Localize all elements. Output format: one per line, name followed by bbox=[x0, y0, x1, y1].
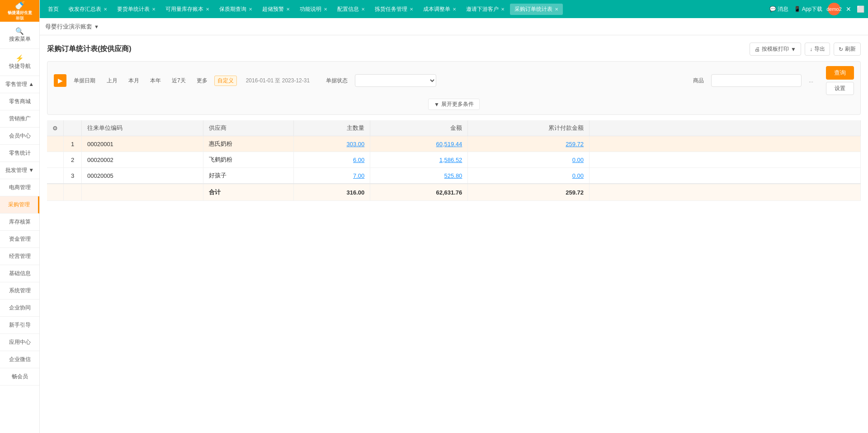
app-logo: 🍼 畅捷通好生意 标版 bbox=[0, 0, 39, 22]
filter-bar: ▶ 单据日期 上月 本月 本年 近7天 更多 自定义 2016-01-01 至 … bbox=[47, 61, 861, 115]
col-supplier-header: 供应商 bbox=[203, 120, 294, 136]
sidebar-item-purchase[interactable]: 采购管理 bbox=[0, 196, 39, 214]
tab-purchase-stat[interactable]: 采购订单统计表 ✕ bbox=[510, 4, 563, 15]
close-tab-goods-stat[interactable]: ✕ bbox=[152, 7, 156, 12]
sidebar-item-basic[interactable]: 基础信息 bbox=[0, 265, 39, 282]
settings-button[interactable]: 设置 bbox=[826, 82, 854, 95]
row2-paid: 0.00 bbox=[468, 152, 590, 168]
close-tab-overstock[interactable]: ✕ bbox=[286, 7, 290, 12]
sidebar-item-retail[interactable]: 零售管理 ▲ bbox=[0, 76, 39, 93]
tab-function-desc[interactable]: 功能说明 ✕ bbox=[295, 4, 332, 15]
row2-extra bbox=[590, 152, 861, 168]
window-maximize-btn[interactable]: ⬜ bbox=[857, 5, 864, 13]
sidebar-item-member[interactable]: 会员中心 bbox=[0, 128, 39, 145]
sidebar-item-inventory[interactable]: 库存核算 bbox=[0, 214, 39, 231]
user-avatar[interactable]: demo2 bbox=[828, 3, 840, 15]
row1-paid-link[interactable]: 259.72 bbox=[566, 141, 584, 148]
sidebar: 🍼 畅捷通好生意 标版 🔍 搜索菜单 ⚡ 快捷导航 零售管理 ▲ 零售商城 营销… bbox=[0, 0, 40, 433]
col-extra-header bbox=[590, 120, 861, 136]
sidebar-item-ecommerce[interactable]: 电商管理 bbox=[0, 179, 39, 196]
goods-more-icon[interactable]: ... bbox=[809, 77, 813, 84]
app-download-btn[interactable]: 📱 App下载 bbox=[794, 5, 822, 13]
window-close-btn[interactable]: ✕ bbox=[846, 5, 851, 13]
col-partner-code-header: 往来单位编码 bbox=[82, 120, 203, 136]
row1-amount-link[interactable]: 60,519.44 bbox=[436, 141, 462, 148]
filter-row-main: ▶ 单据日期 上月 本月 本年 近7天 更多 自定义 2016-01-01 至 … bbox=[54, 66, 854, 95]
sidebar-item-operation[interactable]: 经营管理 bbox=[0, 248, 39, 265]
tab-goods-stat[interactable]: 要货单统计表 ✕ bbox=[113, 4, 160, 15]
sidebar-item-retail-shop[interactable]: 零售商城 bbox=[0, 93, 39, 110]
row1-paid: 259.72 bbox=[468, 136, 590, 152]
sidebar-item-enterprise[interactable]: 企业协同 bbox=[0, 300, 39, 317]
row3-amount-link[interactable]: 525.80 bbox=[444, 172, 462, 179]
logo-subtext: 标版 bbox=[16, 15, 24, 21]
col-settings-header[interactable]: ⚙ bbox=[47, 120, 64, 136]
refresh-button[interactable]: ↻ 刷新 bbox=[834, 43, 861, 56]
tab-overstock[interactable]: 超储预警 ✕ bbox=[258, 4, 294, 15]
date-filter-label: 单据日期 bbox=[74, 77, 95, 85]
sidebar-item-guide[interactable]: 新手引导 bbox=[0, 317, 39, 334]
print-button[interactable]: 🖨 按模板打印 ▼ bbox=[750, 43, 801, 56]
message-btn[interactable]: 💬 消息 bbox=[769, 5, 788, 13]
date-tag-more[interactable]: 更多 bbox=[193, 76, 212, 86]
sidebar-item-wechat[interactable]: 企业微信 bbox=[0, 351, 39, 368]
page-title-row: 采购订单统计表(按供应商) 🖨 按模板打印 ▼ ↓ 导出 ↻ 刷新 bbox=[47, 43, 861, 56]
row3-main-qty: 7.00 bbox=[294, 168, 370, 184]
close-tab-warranty[interactable]: ✕ bbox=[249, 7, 252, 12]
row1-settings bbox=[47, 136, 64, 152]
sidebar-item-app-center[interactable]: 应用中心 bbox=[0, 334, 39, 351]
tab-pickup-task[interactable]: 拣货任务管理 ✕ bbox=[370, 4, 418, 15]
date-tag-this-year[interactable]: 本年 bbox=[146, 76, 165, 86]
date-tag-7days[interactable]: 近7天 bbox=[168, 76, 190, 86]
close-tab-config-info[interactable]: ✕ bbox=[361, 7, 365, 12]
close-tab-available-inventory[interactable]: ✕ bbox=[206, 7, 209, 12]
tab-available-inventory[interactable]: 可用量库存账本 ✕ bbox=[161, 4, 214, 15]
close-tab-collect-send[interactable]: ✕ bbox=[104, 7, 107, 12]
sidebar-item-shortcut[interactable]: ⚡ 快捷导航 bbox=[0, 49, 39, 76]
row3-supplier: 好孩子 bbox=[203, 168, 294, 184]
account-dropdown[interactable]: 母婴行业演示账套 ▼ bbox=[45, 23, 99, 31]
close-tab-invite-downstream[interactable]: ✕ bbox=[501, 7, 505, 12]
close-tab-pickup-task[interactable]: ✕ bbox=[410, 7, 413, 12]
row2-amount-link[interactable]: 1,586.52 bbox=[439, 157, 462, 163]
footer-settings-cell bbox=[47, 184, 64, 201]
row3-qty-link[interactable]: 7.00 bbox=[353, 172, 364, 179]
filter-expand-toggle[interactable]: ▶ bbox=[54, 74, 66, 87]
sidebar-item-vip[interactable]: 畅会员 bbox=[0, 368, 39, 385]
message-icon: 💬 bbox=[769, 6, 776, 12]
export-button[interactable]: ↓ 导出 bbox=[805, 43, 830, 56]
date-tag-this-month[interactable]: 本月 bbox=[124, 76, 143, 86]
tab-collect-send[interactable]: 收发存汇总表 ✕ bbox=[64, 4, 112, 15]
table-row: 3 00020005 好孩子 7.00 525.80 0.00 bbox=[47, 168, 861, 184]
row2-qty-link[interactable]: 6.00 bbox=[353, 157, 364, 163]
goods-filter-input[interactable] bbox=[711, 74, 802, 87]
close-tab-function-desc[interactable]: ✕ bbox=[324, 7, 327, 12]
sidebar-item-marketing[interactable]: 营销推广 bbox=[0, 110, 39, 128]
expand-down-icon: ▼ bbox=[434, 101, 439, 108]
status-filter-select[interactable] bbox=[355, 74, 436, 87]
sidebar-item-search[interactable]: 🔍 搜索菜单 bbox=[0, 22, 39, 49]
close-tab-purchase-stat[interactable]: ✕ bbox=[555, 7, 558, 12]
date-tag-custom[interactable]: 自定义 bbox=[214, 76, 237, 86]
row2-partner-code: 00020002 bbox=[82, 152, 203, 168]
close-tab-cost-adjust[interactable]: ✕ bbox=[453, 7, 456, 12]
row2-paid-link[interactable]: 0.00 bbox=[572, 157, 584, 163]
account-label: 母婴行业演示账套 bbox=[45, 23, 92, 31]
date-tag-last-month[interactable]: 上月 bbox=[103, 76, 122, 86]
tab-home[interactable]: 首页 bbox=[43, 4, 63, 15]
sidebar-item-finance[interactable]: 资金管理 bbox=[0, 231, 39, 248]
row1-qty-link[interactable]: 303.00 bbox=[347, 141, 365, 148]
row3-paid-link[interactable]: 0.00 bbox=[572, 172, 584, 179]
query-button[interactable]: 查询 bbox=[826, 66, 854, 80]
sidebar-item-retail-stat[interactable]: 零售统计 bbox=[0, 145, 39, 162]
user-label: demo2 bbox=[826, 6, 842, 12]
sidebar-item-system[interactable]: 系统管理 bbox=[0, 282, 39, 300]
tab-cost-adjust[interactable]: 成本调整单 ✕ bbox=[419, 4, 461, 15]
expand-conditions-btn[interactable]: ▼ 展开更多条件 bbox=[428, 99, 480, 110]
sidebar-item-wholesale[interactable]: 批发管理 ▼ bbox=[0, 162, 39, 179]
page-title: 采购订单统计表(按供应商) bbox=[47, 44, 132, 54]
tab-warranty[interactable]: 保质期查询 ✕ bbox=[215, 4, 257, 15]
tab-invite-downstream[interactable]: 邀请下游客户 ✕ bbox=[462, 4, 509, 15]
tab-config-info[interactable]: 配置信息 ✕ bbox=[333, 4, 369, 15]
row3-settings bbox=[47, 168, 64, 184]
